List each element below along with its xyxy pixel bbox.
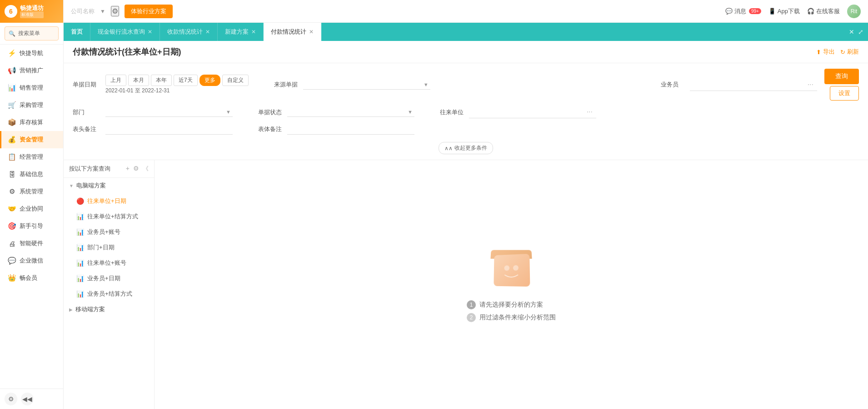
collapse-conditions-button[interactable]: ∧∧ 收起更多条件 [439,142,493,154]
scheme-item-salesman-date[interactable]: 📊 业务员+日期 [64,271,154,286]
wechat-icon: 💬 [8,257,16,265]
sidebar-item-sales[interactable]: 📊 销售管理 [0,79,63,96]
tab-close-receipt-stats[interactable]: ✕ [205,29,210,35]
date-last-month[interactable]: 上月 [105,75,126,86]
tab-home[interactable]: 首页 [64,23,90,41]
header-remark-input[interactable] [105,124,233,135]
trial-button[interactable]: 体验行业方案 [125,5,173,18]
scheme-group-desktop[interactable]: ▼ 电脑端方案 [64,178,154,193]
messages-button[interactable]: 💬 消息 99+ [725,7,761,15]
settings-button-filter[interactable]: 设置 [830,86,859,101]
query-button[interactable]: 查询 [824,69,859,84]
sidebar-item-operations[interactable]: 📋 经营管理 [0,148,63,166]
salesman-select[interactable]: ··· [690,79,817,91]
search-menu-button[interactable]: 🔍 搜索菜单 [5,26,59,40]
partner-select[interactable]: ··· [469,106,596,118]
sidebar-item-inventory[interactable]: 📦 库存核算 [0,114,63,131]
content-right: 1 请先选择要分析的方案 2 用过滤条件来缩小分析范围 [155,160,868,409]
inventory-icon: 📦 [8,118,16,126]
empty-box [494,253,530,286]
sidebar-item-quick-nav[interactable]: ⚡ 快捷导航 [0,45,63,62]
tab-bar: 首页 现金银行流水查询 ✕ 收款情况统计 ✕ 新建方案 ✕ 付款情况统计 ✕ ✕… [64,23,868,41]
export-button[interactable]: ⬆ 导出 [816,48,835,56]
svg-point-0 [504,265,509,271]
refresh-button[interactable]: ↻ 刷新 [840,48,859,56]
scheme-item-partner-settlement[interactable]: 📊 往来单位+结算方式 [64,209,154,224]
sidebar-item-basic-info[interactable]: 🗄 基础信息 [0,166,63,183]
status-select[interactable]: ▼ [287,107,414,117]
search-icon: 🔍 [9,30,15,37]
scheme-item-salesman-account[interactable]: 📊 业务员+账号 [64,224,154,240]
tab-receipt-stats[interactable]: 收款情况统计 ✕ [160,23,218,41]
date-last-7-days[interactable]: 近7天 [174,75,198,86]
salesman-label: 业务员 [661,81,686,89]
online-service-button[interactable]: 🎧 在线客服 [807,7,840,15]
tab-new-scheme[interactable]: 新建方案 ✕ [218,23,264,41]
tab-close-new-scheme[interactable]: ✕ [251,29,256,35]
dept-chevron-icon: ▼ [226,109,231,115]
body-remark-input[interactable] [287,124,414,135]
sidebar-item-system[interactable]: ⚙ 系统管理 [0,183,63,200]
scheme-item-salesman-settlement[interactable]: 📊 业务员+结算方式 [64,286,154,302]
sidebar-item-hardware[interactable]: 🖨 智能硬件 [0,235,63,252]
logo-icon: 6 [5,5,17,18]
app-download-button[interactable]: 📱 App下载 [768,7,800,15]
settings-button[interactable]: ⚙ [5,393,17,405]
close-all-tabs-button[interactable]: ✕ [849,28,854,35]
scheme-item-partner-date[interactable]: 🔴 往来单位+日期 [64,193,154,209]
scheme-collapse-button[interactable]: 《 [143,165,149,173]
scheme-item-dept-date[interactable]: 📊 部门+日期 [64,240,154,255]
sidebar-item-guide[interactable]: 🎯 新手引导 [0,217,63,235]
topbar-actions: 💬 消息 99+ 📱 App下载 🎧 在线客服 Rit [725,5,861,18]
tab-payment-stats[interactable]: 付款情况统计 ✕ [264,23,321,41]
sales-icon: 📊 [8,84,16,92]
salesman-dots-icon[interactable]: ··· [806,81,815,89]
expand-tab-button[interactable]: ⤢ [858,28,863,35]
date-custom[interactable]: 自定义 [222,75,249,86]
empty-face-svg [498,258,525,282]
scheme-group-arrow-mobile: ▶ [69,307,73,312]
sidebar-item-vip[interactable]: 👑 畅会员 [0,269,63,287]
user-avatar[interactable]: Rit [847,5,861,18]
partner-dots-icon[interactable]: ··· [585,108,594,116]
scheme-item-icon-3: 📊 [76,244,84,251]
topbar-company-name: 公司名称 [71,7,95,15]
date-this-year[interactable]: 本年 [151,75,172,86]
date-more[interactable]: 更多 [200,75,220,86]
vip-icon: 👑 [8,274,16,282]
date-range-display: 2022-01-01 至 2022-12-31 [105,87,249,95]
date-this-month[interactable]: 本月 [128,75,149,86]
sidebar-footer: ⚙ ◀◀ [0,389,63,409]
scheme-header-icons: + ⚙ 《 [126,165,149,173]
scheme-item-icon-active: 🔴 [76,197,84,205]
source-select[interactable]: ▼ [303,80,430,90]
empty-illustration [484,247,539,293]
dept-select[interactable]: ▼ [105,107,233,117]
topbar-company: 公司名称 [71,7,95,15]
sidebar-item-purchase[interactable]: 🛒 采购管理 [0,96,63,114]
purchase-icon: 🛒 [8,101,16,109]
logo-text: 畅捷通坊 标准版 [20,5,44,19]
collapse-sidebar-button[interactable]: ◀◀ [21,393,34,405]
sidebar-nav: ⚡ 快捷导航 📢 营销推广 📊 销售管理 🛒 采购管理 📦 库存核算 💰 资金管… [0,45,63,389]
topbar-gear-button[interactable]: ⚙ [111,6,119,16]
sidebar-item-enterprise[interactable]: 🤝 企业协同 [0,200,63,217]
sidebar-item-funds[interactable]: 💰 资金管理 [0,131,63,148]
sidebar-item-marketing[interactable]: 📢 营销推广 [0,62,63,79]
sidebar-item-wechat[interactable]: 💬 企业微信 [0,252,63,269]
tab-close-payment-stats[interactable]: ✕ [309,29,314,35]
sidebar-header: 6 畅捷通坊 标准版 [0,0,63,23]
collapse-row: ∧∧ 收起更多条件 [73,140,859,154]
scheme-item-icon-1: 📊 [76,213,84,220]
sidebar-search-area: 🔍 搜索菜单 [0,23,63,45]
tab-close-bank-flow[interactable]: ✕ [148,29,152,35]
scheme-add-button[interactable]: + [126,165,130,173]
quick-nav-icon: ⚡ [8,49,16,57]
tab-bank-flow[interactable]: 现金银行流水查询 ✕ [90,23,160,41]
scheme-item-partner-account[interactable]: 📊 往来单位+账号 [64,255,154,271]
dept-label: 部门 [73,108,98,116]
scheme-group-mobile[interactable]: ▶ 移动端方案 [64,302,154,317]
scheme-settings-button[interactable]: ⚙ [133,165,139,173]
refresh-icon: ↻ [840,49,845,56]
topbar-dropdown-icon[interactable]: ▼ [100,8,105,15]
